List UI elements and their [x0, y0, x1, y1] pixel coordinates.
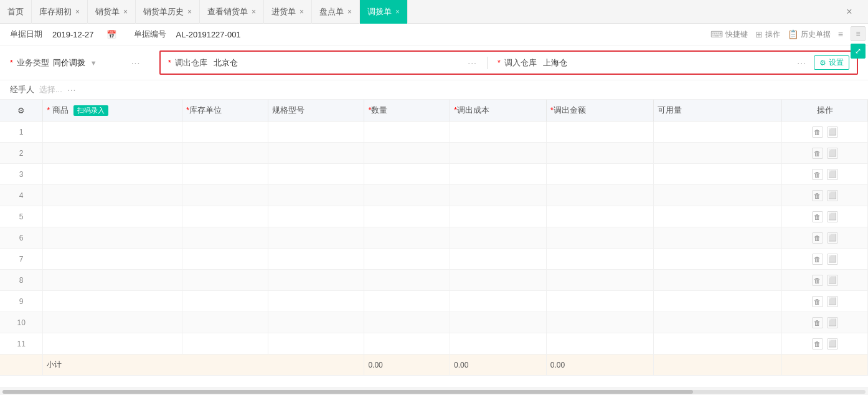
tab-inventory-init-close[interactable]: ×: [75, 7, 80, 16]
tab-inventory-check-close[interactable]: ×: [347, 7, 352, 16]
scrollbar-track: [2, 390, 866, 394]
shortcut-key-button[interactable]: ⌨ 快捷键: [710, 29, 748, 40]
business-type-required: *: [10, 59, 13, 67]
tab-transfer-order-close[interactable]: ×: [395, 7, 400, 16]
toolbar-right: ⌨ 快捷键 ⊞ 操作 📋 历史单据 ≡ ⊞: [710, 29, 858, 40]
sidebar-external-icon[interactable]: ⤢: [851, 44, 866, 59]
settings-gear-icon: ⚙: [819, 59, 826, 67]
window-close-button[interactable]: ×: [841, 3, 858, 21]
toolbar: 单据日期 2019-12-27 📅 单据编号 AL-20191227-001 ⌨…: [0, 24, 868, 45]
delete-row-icon[interactable]: 🗑: [812, 275, 823, 286]
warehouse-out-value[interactable]: 北京仓: [214, 57, 238, 69]
date-label: 单据日期: [10, 29, 42, 40]
tab-purchase-order[interactable]: 进货单 ×: [264, 0, 312, 24]
history-button[interactable]: 📋 历史单据: [788, 29, 831, 40]
tab-sales-order[interactable]: 销货单 ×: [88, 0, 136, 24]
doc-no-value[interactable]: AL-20191227-001: [176, 30, 241, 39]
copy-row-icon[interactable]: ⬜: [827, 148, 838, 159]
warehouse-in-value[interactable]: 上海仓: [543, 57, 567, 69]
delete-row-icon[interactable]: 🗑: [812, 169, 823, 180]
tab-purchase-order-close[interactable]: ×: [300, 7, 304, 16]
subtotal-label: 小计: [43, 355, 364, 376]
table-row: 9🗑⬜: [0, 291, 868, 312]
operation-button[interactable]: ⊞ 操作: [755, 29, 780, 40]
delete-row-icon[interactable]: 🗑: [812, 148, 823, 159]
business-type-field: * 业务类型 同价调拨 ▼ ···: [10, 57, 147, 69]
dropdown-arrow-icon: ▼: [90, 59, 97, 67]
tab-home[interactable]: 首页: [5, 0, 32, 24]
col-operation: 操作: [782, 100, 868, 121]
copy-row-icon[interactable]: ⬜: [827, 275, 838, 286]
tab-view-sales-close[interactable]: ×: [252, 7, 256, 16]
table-row: 6🗑⬜: [0, 227, 868, 249]
subtotal-row: 小计 0.00 0.00 0.00: [0, 355, 868, 376]
delete-row-icon[interactable]: 🗑: [812, 232, 823, 244]
col-available: 可用量: [653, 100, 781, 121]
tab-sales-history-close[interactable]: ×: [187, 7, 192, 16]
tab-sales-order-close[interactable]: ×: [123, 7, 128, 16]
copy-row-icon[interactable]: ⬜: [827, 317, 838, 328]
table-row: 3🗑⬜: [0, 164, 868, 185]
delete-row-icon[interactable]: 🗑: [812, 190, 823, 201]
delete-row-icon[interactable]: 🗑: [812, 254, 823, 265]
calendar-icon[interactable]: 📅: [106, 30, 116, 39]
table-row: 5🗑⬜: [0, 206, 868, 227]
warehouse-out-field: * 调出仓库 北京仓 ···: [168, 57, 477, 69]
tab-transfer-order[interactable]: 调拨单 ×: [360, 0, 408, 24]
col-cost: *调出成本: [450, 100, 547, 121]
tab-inventory-init[interactable]: 库存期初 ×: [32, 0, 88, 24]
delete-row-icon[interactable]: 🗑: [812, 338, 823, 350]
delete-row-icon[interactable]: 🗑: [812, 126, 823, 138]
horizontal-scrollbar[interactable]: [0, 388, 868, 395]
business-type-value: 同价调拨: [53, 57, 85, 69]
handler-row: 经手人 选择... ···: [0, 80, 868, 100]
copy-row-icon[interactable]: ⬜: [827, 190, 838, 201]
col-unit: *库存单位: [182, 100, 268, 121]
business-type-select[interactable]: 同价调拨 ▼: [53, 57, 128, 69]
date-value[interactable]: 2019-12-27: [52, 30, 94, 39]
table-container: ⚙ * *商品 商品 扫码录入 *库存单位 规格型号 *数量: [0, 100, 868, 388]
scan-enter-button[interactable]: 扫码录入: [73, 105, 108, 116]
right-sidebar: ≡ ⤢: [848, 24, 868, 61]
tab-bar: 首页 库存期初 × 销货单 × 销货单历史 × 查看销货单 × 进货单 × 盘点…: [0, 0, 868, 24]
warehouse-out-more[interactable]: ···: [468, 58, 477, 68]
subtotal-amount: 0.00: [546, 355, 653, 376]
business-type-label: 业务类型: [17, 57, 49, 69]
shortcut-icon: ⌨: [710, 29, 723, 39]
business-type-more[interactable]: ···: [131, 58, 141, 68]
col-spec: 规格型号: [268, 100, 364, 121]
copy-row-icon[interactable]: ⬜: [827, 126, 838, 138]
col-gear[interactable]: ⚙: [0, 100, 43, 121]
col-product: * *商品 商品 扫码录入: [43, 100, 182, 121]
view-toggle-list[interactable]: ≡: [838, 29, 843, 39]
table-row: 2🗑⬜: [0, 143, 868, 164]
handler-label: 经手人: [10, 84, 34, 95]
warehouse-divider: [487, 57, 488, 69]
handler-select[interactable]: 选择...: [39, 84, 62, 95]
sidebar-list-icon[interactable]: ≡: [851, 26, 866, 41]
col-qty: *数量: [364, 100, 450, 121]
tab-sales-history[interactable]: 销货单历史 ×: [136, 0, 200, 24]
copy-row-icon[interactable]: ⬜: [827, 211, 838, 222]
copy-row-icon[interactable]: ⬜: [827, 169, 838, 180]
table-row: 7🗑⬜: [0, 249, 868, 270]
col-amount: *调出金额: [546, 100, 653, 121]
delete-row-icon[interactable]: 🗑: [812, 317, 823, 328]
delete-row-icon[interactable]: 🗑: [812, 296, 823, 307]
tab-view-sales[interactable]: 查看销货单 ×: [200, 0, 264, 24]
copy-row-icon[interactable]: ⬜: [827, 254, 838, 265]
tab-inventory-check[interactable]: 盘点单 ×: [312, 0, 360, 24]
copy-row-icon[interactable]: ⬜: [827, 296, 838, 307]
copy-row-icon[interactable]: ⬜: [827, 338, 838, 350]
warehouse-out-label: 调出仓库: [175, 57, 207, 69]
warehouse-section: * 调出仓库 北京仓 ··· * 调入仓库 上海仓 ··· ⚙: [159, 50, 858, 75]
delete-row-icon[interactable]: 🗑: [812, 211, 823, 222]
warehouse-in-more[interactable]: ···: [797, 58, 806, 68]
copy-row-icon[interactable]: ⬜: [827, 232, 838, 244]
settings-button[interactable]: ⚙ 设置: [814, 55, 849, 70]
table-row: 4🗑⬜: [0, 185, 868, 206]
list-view-icon: ≡: [838, 29, 843, 39]
table-row: 11🗑⬜: [0, 333, 868, 355]
subtotal-cost: 0.00: [450, 355, 547, 376]
handler-more[interactable]: ···: [67, 85, 77, 95]
